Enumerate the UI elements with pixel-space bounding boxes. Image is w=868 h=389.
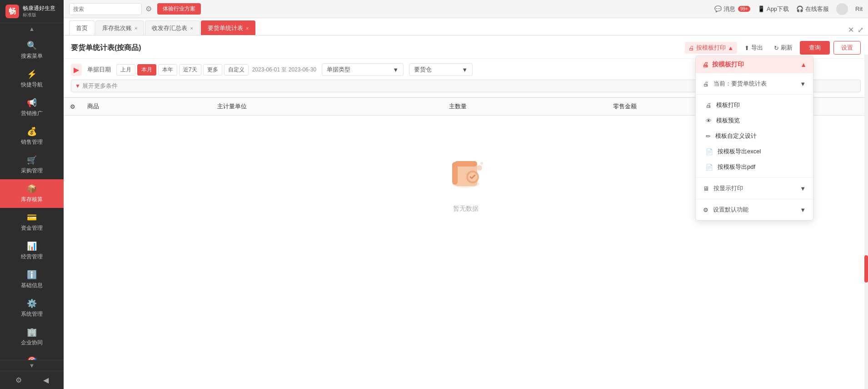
sidebar-scroll-up[interactable]: ▲ <box>0 23 64 34</box>
date-btn-more[interactable]: 更多 <box>203 64 222 76</box>
set-default-item[interactable]: ⚙ 设置默认功能 ▼ <box>696 202 813 217</box>
refresh-label: 刷新 <box>781 44 793 52</box>
sidebar-item-quick-nav[interactable]: ⚡ 快捷导航 <box>0 65 64 93</box>
display-print-item[interactable]: 🖥 按显示打印 ▼ <box>696 181 813 196</box>
tab-label-receipt-summary: 收发存汇总表 <box>152 24 187 32</box>
sidebar-item-inventory[interactable]: 📦 库存核算 <box>0 179 64 208</box>
sidebar-icon-quick-nav: ⚡ <box>27 69 37 79</box>
date-btn-current-year[interactable]: 本年 <box>158 64 177 76</box>
sidebar-scroll-down[interactable]: ▼ <box>0 360 64 371</box>
display-print-icon: 🖥 <box>703 185 709 192</box>
scrollbar-thumb[interactable] <box>864 255 868 283</box>
tab-close-order-stats[interactable]: × <box>246 25 249 31</box>
warehouse-chevron-icon: ▼ <box>462 66 468 73</box>
display-print-left: 🖥 按显示打印 <box>703 184 743 192</box>
display-print-label: 按显示打印 <box>713 184 743 192</box>
message-icon: 💬 <box>714 5 722 12</box>
template-pdf-icon: 📄 <box>706 164 713 171</box>
settings-btn[interactable]: 设置 <box>833 41 861 55</box>
svg-point-7 <box>480 162 483 165</box>
tab-close-receipt-summary[interactable]: × <box>190 25 193 31</box>
sidebar-item-purchase[interactable]: 🛒 采购管理 <box>0 151 64 179</box>
print-template-btn[interactable]: 🖨 按模板打印 ▲ <box>685 42 737 54</box>
main-area: ⚙ 体验行业方案 💬 消息 99+ 📱 App下载 🎧 在线客服 Rit 首页库… <box>64 0 868 389</box>
date-btn-prev-month[interactable]: 上月 <box>116 64 135 76</box>
sidebar-icon-operations: 📊 <box>27 241 37 251</box>
current-template-left: 🖨 当前：要货单统计表 <box>703 80 767 88</box>
set-default-label: 设置默认功能 <box>713 206 748 214</box>
sidebar-item-sales[interactable]: 💰 销售管理 <box>0 122 64 151</box>
messages-label: 消息 <box>723 5 735 13</box>
tab-inventory-batch[interactable]: 库存批次账× <box>95 20 144 35</box>
sidebar-item-system[interactable]: ⚙️ 系统管理 <box>0 294 64 323</box>
sidebar-icon-sales: 💰 <box>27 126 37 136</box>
display-print-chevron-icon: ▼ <box>800 185 806 192</box>
table-col-product: 商品 <box>82 98 212 116</box>
warehouse-select[interactable]: 要货仓 ▼ <box>409 63 473 76</box>
dropdown-header[interactable]: 🖨 按模板打印 ▲ <box>696 56 813 73</box>
template-design-icon: ✏ <box>706 133 711 140</box>
tabbar: 首页库存批次账×收发存汇总表×要货单统计表× ✕ ⤢ <box>64 18 868 35</box>
tab-label-inventory-batch: 库存批次账 <box>102 24 132 32</box>
set-default-icon: ⚙ <box>703 207 708 213</box>
template-design-item[interactable]: ✏ 模板自定义设计 <box>696 128 813 144</box>
online-service-item[interactable]: 🎧 在线客服 <box>796 5 829 13</box>
logo-text-block: 畅康通好生意 标准版 <box>23 5 55 18</box>
expand-tabs-icon[interactable]: ⤢ <box>857 25 864 35</box>
tab-order-stats[interactable]: 要货单统计表× <box>201 20 255 35</box>
dropdown-template-section: 🖨 模板打印 👁 模板预览 ✏ 模板自定义设计 📄 按模板导出excel 📄 <box>696 95 813 178</box>
dropdown-title: 按模板打印 <box>712 61 744 69</box>
avatar[interactable] <box>836 3 848 15</box>
template-print-item[interactable]: 🖨 模板打印 <box>696 97 813 113</box>
settings-footer-icon[interactable]: ⚙ <box>15 376 22 384</box>
sidebar-label-sales: 销售管理 <box>21 138 43 146</box>
template-export-excel-item[interactable]: 📄 按模板导出excel <box>696 144 813 159</box>
tab-home[interactable]: 首页 <box>69 20 95 35</box>
order-type-select[interactable]: 单据类型 ▼ <box>322 63 404 76</box>
sidebar-icon-finance: 💳 <box>27 212 37 222</box>
sidebar-item-guide[interactable]: 🎯 新手引导 <box>0 351 64 360</box>
date-btn-7days[interactable]: 近7天 <box>179 64 201 76</box>
dropdown-current-section: 🖨 当前：要货单统计表 ▼ <box>696 73 813 95</box>
sidebar-item-basic[interactable]: ℹ️ 基础信息 <box>0 265 64 294</box>
template-export-pdf-item[interactable]: 📄 按模板导出pdf <box>696 159 813 175</box>
sound-footer-icon[interactable]: ◀ <box>43 376 49 384</box>
template-preview-item[interactable]: 👁 模板预览 <box>696 113 813 128</box>
expand-icon: ▼ <box>75 83 80 89</box>
refresh-btn[interactable]: ↻ 刷新 <box>770 42 796 54</box>
query-btn[interactable]: 查询 <box>800 41 830 55</box>
topbar-gear-icon[interactable]: ⚙ <box>145 5 152 13</box>
order-type-label: 单据类型 <box>327 66 350 74</box>
sidebar-label-purchase: 采购管理 <box>21 167 43 175</box>
filter-toggle-btn[interactable]: ▶ <box>71 64 82 76</box>
date-btn-current-month[interactable]: 本月 <box>137 64 156 76</box>
col-settings-icon: ⚙ <box>70 103 75 110</box>
tab-receipt-summary[interactable]: 收发存汇总表× <box>145 20 200 35</box>
industry-btn[interactable]: 体验行业方案 <box>157 3 201 15</box>
date-btn-custom[interactable]: 自定义 <box>224 64 249 76</box>
sidebar-item-marketing[interactable]: 📢 营销推广 <box>0 93 64 122</box>
sidebar-icon-inventory: 📦 <box>27 184 37 194</box>
sidebar-item-operations[interactable]: 📊 经营管理 <box>0 237 64 265</box>
table-col-unit: 主计量单位 <box>212 98 444 116</box>
topbar-search-input[interactable] <box>69 3 142 15</box>
sidebar-item-search[interactable]: 🔍 搜索菜单 <box>0 36 64 65</box>
topbar: ⚙ 体验行业方案 💬 消息 99+ 📱 App下载 🎧 在线客服 Rit <box>64 0 868 18</box>
table-col-settings[interactable]: ⚙ <box>64 98 82 116</box>
sidebar-item-enterprise[interactable]: 🏢 企业协同 <box>0 323 64 351</box>
export-btn[interactable]: ⬆ 导出 <box>741 42 767 54</box>
current-template-icon: 🖨 <box>703 81 709 87</box>
sidebar-icon-basic: ℹ️ <box>27 270 37 280</box>
page-toolbar: 🖨 按模板打印 ▲ ⬆ 导出 ↻ 刷新 查询 设置 <box>685 41 861 55</box>
app-download-item[interactable]: 📱 App下载 <box>758 5 789 13</box>
scrollbar-track[interactable] <box>864 55 868 389</box>
sidebar: 畅 畅康通好生意 标准版 ▲ 🔍 搜索菜单 ⚡ 快捷导航 📢 营销推广 💰 销售… <box>0 0 64 389</box>
close-all-tabs-icon[interactable]: ✕ <box>847 25 855 35</box>
tabbar-controls: ✕ ⤢ <box>843 25 868 35</box>
tab-close-inventory-batch[interactable]: × <box>135 25 137 31</box>
current-template-item[interactable]: 🖨 当前：要货单统计表 ▼ <box>696 76 813 91</box>
svg-rect-2 <box>454 161 477 167</box>
sidebar-item-finance[interactable]: 💳 资金管理 <box>0 208 64 237</box>
select-chevron-icon: ▼ <box>393 66 399 73</box>
messages-item[interactable]: 💬 消息 99+ <box>714 5 750 13</box>
